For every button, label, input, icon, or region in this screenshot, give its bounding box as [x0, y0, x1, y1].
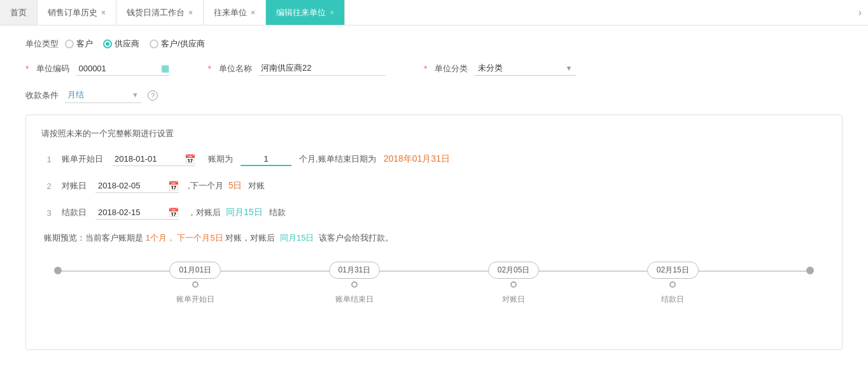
- timeline-point-end: [806, 262, 814, 274]
- timeline-point-1: 01月01日 账单开始日: [169, 262, 221, 305]
- unit-name-star: *: [207, 64, 211, 74]
- row2-calendar-icon[interactable]: 📅: [168, 181, 179, 191]
- unit-info-row: * 单位编码 ▦ * 单位名称 * 单位分类 未分类 ▼: [25, 61, 843, 76]
- timeline-dot-1: [192, 281, 199, 288]
- radio-group: 客户 供应商 客户/供应商: [65, 38, 205, 50]
- row3-calendar-icon[interactable]: 📅: [168, 208, 179, 218]
- row1-period-input[interactable]: [241, 153, 291, 166]
- preview-text: 账期预览：当前客户账期是 1个月， 下一个月5日 对账，对账后 同月15日 该客…: [41, 232, 827, 244]
- unit-type-label: 单位类型: [25, 38, 59, 50]
- timeline-label-1: 01月01日: [169, 262, 221, 279]
- tab-home[interactable]: 首页: [0, 0, 38, 25]
- timeline-points: 01月01日 账单开始日 01月31日 账单结束日 02月05日 对账日: [54, 262, 814, 305]
- tab-more-icon: ›: [858, 7, 862, 18]
- timeline-bottom-2: 账单结束日: [335, 294, 374, 305]
- tab-arrow[interactable]: ›: [852, 0, 868, 25]
- row1-date-field[interactable]: 📅: [112, 152, 195, 166]
- row3-label: 结款日: [62, 207, 87, 218]
- timeline-dot-end: [806, 267, 814, 274]
- row1-label: 账单开始日: [62, 153, 103, 165]
- timeline-point-2: 01月31日 账单结束日: [329, 262, 381, 305]
- unit-type-row: 单位类型 客户 供应商 客户/供应商: [25, 38, 843, 50]
- unit-code-input[interactable]: [76, 62, 158, 75]
- row1-period-unit: 个月,账单结束日期为: [299, 153, 376, 165]
- main-content: 单位类型 客户 供应商 客户/供应商 * 单位编码 ▦ * 单位名称: [0, 25, 868, 387]
- unit-code-label: 单位编码: [36, 63, 69, 74]
- preview-mid2: 对账，对账后: [225, 233, 275, 243]
- row2-label: 对账日: [62, 180, 87, 192]
- tab-cash-work-close[interactable]: ×: [188, 8, 193, 17]
- timeline-dot-4: [669, 281, 676, 288]
- timeline-label-3: 02月05日: [488, 262, 540, 279]
- tab-sales-history-close[interactable]: ×: [101, 8, 106, 17]
- row2-suffix3: 对账: [248, 180, 265, 192]
- row3-suffix2: 同月15日: [226, 207, 263, 218]
- tab-edit-partner[interactable]: 编辑往来单位 ×: [266, 0, 345, 25]
- timeline-point-4: 02月15日 结款日: [647, 262, 699, 305]
- radio-customer[interactable]: 客户: [65, 38, 93, 50]
- tab-cash-work-label: 钱货日清工作台: [127, 7, 185, 18]
- row3-num: 3: [41, 208, 57, 218]
- radio-customer-supplier-circle: [150, 39, 158, 48]
- timeline-point-3: 02月05日 对账日: [488, 262, 540, 305]
- tab-cash-work[interactable]: 钱货日清工作台 ×: [116, 0, 204, 25]
- preview-mid: 下一个月5日: [177, 233, 223, 243]
- timeline-dot-2: [351, 281, 358, 288]
- timeline-bottom-4: 结款日: [661, 294, 684, 305]
- payment-condition-value: 月结: [67, 89, 129, 101]
- tab-home-label: 首页: [10, 7, 27, 18]
- radio-customer-supplier[interactable]: 客户/供应商: [150, 38, 205, 50]
- tab-edit-partner-label: 编辑往来单位: [276, 7, 326, 18]
- unit-name-input[interactable]: [258, 62, 386, 76]
- tab-edit-partner-close[interactable]: ×: [330, 8, 334, 17]
- row1-period-end: 2018年01月31日: [384, 153, 450, 165]
- unit-category-dropdown[interactable]: 未分类 ▼: [474, 61, 576, 76]
- tab-sales-history-label: 销售订单历史: [48, 7, 97, 18]
- payment-condition-select[interactable]: 月结 ▼: [65, 87, 141, 103]
- data-row-3: 3 结款日 📅 ，对账后 同月15日 结款: [41, 206, 827, 220]
- tab-sales-history[interactable]: 销售订单历史 ×: [38, 0, 116, 25]
- timeline: 01月01日 账单开始日 01月31日 账单结束日 02月05日 对账日: [41, 262, 827, 330]
- tab-bar: 首页 销售订单历史 × 钱货日清工作台 × 往来单位 × 编辑往来单位 × ›: [0, 0, 868, 25]
- row1-calendar-icon[interactable]: 📅: [185, 154, 195, 164]
- tab-partner-close[interactable]: ×: [251, 8, 255, 17]
- timeline-dot-3: [510, 281, 517, 288]
- row2-date-input[interactable]: [95, 179, 165, 192]
- preview-suffix: 该客户会给我打款。: [319, 233, 393, 243]
- section-title: 请按照未来的一个完整帐期进行设置: [41, 128, 827, 139]
- radio-supplier[interactable]: 供应商: [103, 38, 139, 50]
- radio-customer-label: 客户: [76, 38, 93, 50]
- unit-code-field[interactable]: ▦: [76, 62, 169, 76]
- preview-period: 1个月，: [146, 233, 175, 243]
- unit-code-icon[interactable]: ▦: [161, 63, 169, 73]
- timeline-label-4: 02月15日: [647, 262, 699, 279]
- unit-cat-star: *: [424, 64, 427, 74]
- row2-suffix2: 5日: [228, 180, 242, 192]
- payment-condition-chevron: ▼: [132, 91, 139, 99]
- row3-suffix3: 结款: [269, 207, 286, 218]
- row2-num: 2: [41, 181, 57, 191]
- timeline-point-start: [54, 262, 62, 274]
- unit-category-chevron: ▼: [565, 64, 572, 72]
- radio-supplier-circle: [103, 39, 112, 48]
- timeline-label-2: 01月31日: [329, 262, 381, 279]
- row2-suffix1: ,下一个月: [188, 180, 223, 192]
- row2-date-field[interactable]: 📅: [95, 179, 179, 193]
- radio-customer-circle: [65, 39, 74, 48]
- timeline-bottom-3: 对账日: [502, 294, 525, 305]
- radio-supplier-label: 供应商: [115, 38, 139, 50]
- preview-end: 同月15日: [280, 233, 314, 243]
- payment-condition-label: 收款条件: [25, 90, 59, 101]
- tab-partner-label: 往来单位: [214, 7, 247, 18]
- timeline-dot-start: [54, 267, 62, 274]
- data-row-1: 1 账单开始日 📅 账期为 个月,账单结束日期为 2018年01月31日: [41, 152, 827, 166]
- preview-prefix: 账期预览：当前客户账期是: [44, 233, 143, 243]
- row3-date-input[interactable]: [95, 206, 165, 219]
- row1-num: 1: [41, 155, 57, 164]
- row1-date-input[interactable]: [112, 152, 182, 165]
- row3-date-field[interactable]: 📅: [95, 206, 179, 220]
- unit-category-value: 未分类: [478, 62, 565, 74]
- timeline-bottom-1: 账单开始日: [176, 294, 214, 305]
- payment-help-icon[interactable]: ?: [148, 90, 158, 101]
- tab-partner[interactable]: 往来单位 ×: [204, 0, 266, 25]
